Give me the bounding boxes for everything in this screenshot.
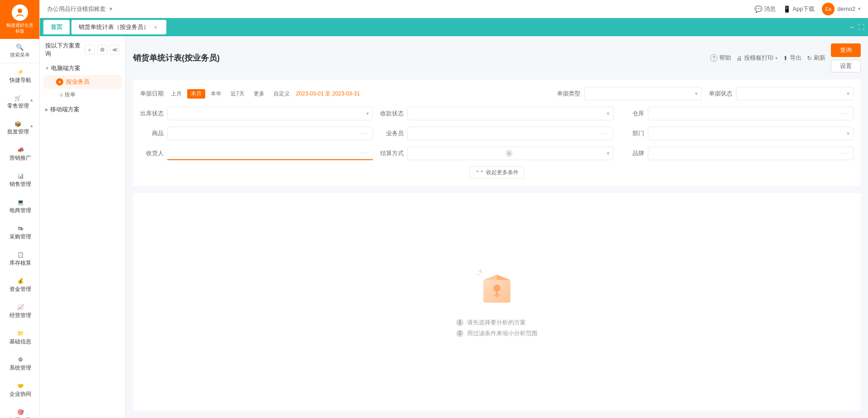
collapse-filter-button[interactable]: ⌃⌃ 收起更多条件 [469,166,524,179]
export-button[interactable]: ⬆ 导出 [783,54,802,62]
sidebar-label: 快捷导航 [9,76,31,84]
sidebar-label: 营销推广 [9,154,31,162]
receipt-status-input[interactable]: ▾ [407,107,613,120]
query-button[interactable]: 查询 [831,43,861,57]
tab-expand-icon[interactable]: ⛶ [858,24,864,31]
settings-scheme-button[interactable]: ⚙ [97,45,107,55]
product-input[interactable]: ··· [167,127,373,140]
basic-icon: 📁 [17,330,24,337]
receiver-label: 收货人 [140,149,164,157]
mobile-group-header[interactable]: ▶ 移动端方案 [43,103,122,116]
filter-product: 商品 ··· [140,127,373,140]
avatar: Ea [822,3,835,15]
status-dropdown-icon: ▾ [847,90,849,97]
settlement-input[interactable]: ✕ ▾ [407,147,613,160]
svg-point-0 [18,9,22,13]
date-tag-this-year[interactable]: 本年 [207,89,225,99]
collapse-panel-button[interactable]: ≪ [110,45,120,55]
header-actions: 💬 消息 📱 App下载 Ea demo2 ▾ [755,3,861,15]
settlement-dropdown-icon: ▾ [607,150,609,157]
dept-input[interactable]: ▾ [648,127,854,140]
sidebar-item-newbie[interactable]: 🎯 新手引导 [0,404,39,418]
sidebar-item-basic[interactable]: 📁 基础信息 [0,325,39,351]
warehouse-input[interactable]: ··· [648,107,854,120]
breadcrumb-dropdown-icon[interactable]: ▾ [109,5,113,12]
date-tag-custom[interactable]: 自定义 [270,89,293,99]
main-area: 办公用品行业模拟账套 ▾ 💬 消息 📱 App下载 Ea demo2 ▾ 首页 … [40,0,868,418]
date-tag-this-month[interactable]: 本月 [187,89,205,99]
sidebar-item-sales[interactable]: 📊 销售管理 [0,167,39,194]
scheme-sub-label: 按单 [65,91,75,99]
sidebar-item-ecommerce[interactable]: 💻 电商管理 [0,194,39,220]
sidebar-item-quick[interactable]: ⚡ 快捷导航 [0,63,39,90]
newbie-icon: 🎯 [17,409,24,415]
filter-date: 单据日期 上月 本月 本年 近7天 更多 自定义 2023-03-01 至 20… [140,89,550,99]
refresh-icon: ↻ [807,55,812,62]
tab-home[interactable]: 首页 [43,20,70,34]
sidebar-item-operation[interactable]: 📈 经营管理 [0,299,39,325]
date-tag-7days[interactable]: 近7天 [227,89,248,99]
date-tag-last-month[interactable]: 上月 [167,89,185,99]
enterprise-icon: 🤝 [17,383,24,389]
sidebar-item-inventory[interactable]: 📋 库存核算 [0,246,39,272]
quick-icon: ⚡ [17,69,24,75]
app-download-button[interactable]: 📱 App下载 [783,5,815,13]
out-status-input[interactable]: ▾ [167,107,373,120]
sidebar-item-purchase[interactable]: 🛍 采购管理 [0,220,39,246]
filter-card: 单据日期 上月 本月 本年 近7天 更多 自定义 2023-03-01 至 20… [133,80,861,186]
left-panel-title: 按以下方案查询 [45,42,85,58]
status-input[interactable]: ▾ [736,87,854,100]
left-panel: 按以下方案查询 ＋ ⚙ ≪ ▼ 电脑端方案 ● 按业务员 [40,36,126,418]
message-icon: 💬 [755,5,762,13]
step-2-num: 2 [456,330,463,337]
marketing-icon: 📣 [17,147,24,153]
date-tag-more[interactable]: 更多 [250,89,268,99]
brand-input[interactable]: ··· [648,147,854,160]
page-actions: ? 帮助 🖨 按模板打印 ▾ ⬆ 导出 ↻ 刷新 [710,43,861,72]
sidebar-label: 零售管理 [7,102,29,110]
settlement-clear-button[interactable]: ✕ [505,150,513,157]
refresh-button[interactable]: ↻ 刷新 [807,54,826,62]
form-icon: ≡ [60,92,63,98]
tab-close-button[interactable]: ✕ [152,24,159,31]
tab-minimize-icon[interactable]: ╌ [850,23,854,32]
help-button[interactable]: ? 帮助 [710,54,731,62]
filter-type: 单据类型 ▾ [557,87,702,100]
sidebar-item-wholesale[interactable]: 📦 批发管理 ▲ [0,115,39,141]
export-icon: ⬆ [783,55,788,62]
sidebar-item-finance[interactable]: 💰 资金管理 [0,272,39,299]
type-input[interactable]: ▾ [584,87,702,100]
logo-icon [12,5,28,21]
sidebar-item-marketing[interactable]: 📣 营销推广 [0,141,39,167]
status-label: 单据状态 [709,90,732,98]
help-icon: ? [710,54,717,62]
pc-group-header[interactable]: ▼ 电脑端方案 [43,62,122,75]
inventory-icon: 📋 [17,252,24,258]
brand-label: 品牌 [621,149,644,157]
step-1-num: 1 [456,319,463,326]
search-menu-item[interactable]: 🔍 搜索菜单 [0,39,39,63]
collapse-icon: ⌃⌃ [475,170,484,176]
staff-input[interactable]: ··· [407,127,613,140]
filter-settlement: 结算方式 ✕ ▾ [380,147,613,160]
scheme-item-by-staff[interactable]: ● 按业务员 [43,75,122,89]
filter-out-status: 出库状态 ▾ [140,107,373,120]
retail-icon: 🛒 [14,95,21,101]
add-scheme-button[interactable]: ＋ [85,45,94,55]
user-profile[interactable]: Ea demo2 ▾ [822,3,861,15]
message-button[interactable]: 💬 消息 [755,5,776,13]
pc-group-triangle: ▼ [45,66,49,71]
receiver-input[interactable]: ··· [167,147,373,160]
sidebar-item-enterprise[interactable]: 🤝 企业协同 [0,377,39,404]
sidebar-item-system[interactable]: ⚙ 系统管理 [0,351,39,377]
filter-row-3: 商品 ··· 业务员 ··· 部门 [140,127,854,140]
settings-button[interactable]: 设置 [831,60,861,72]
sidebar-label: 电商管理 [9,207,31,214]
receiver-dots: ··· [361,149,369,157]
scheme-sub-item-by-form[interactable]: ≡ 按单 [43,89,122,101]
tab-sales-stat[interactable]: 销货单统计表（按业务员） ✕ [71,20,166,34]
sidebar-item-retail[interactable]: 🛒 零售管理 ▲ [0,90,39,115]
filter-staff: 业务员 ··· [380,127,613,140]
filter-dept: 部门 ▾ [621,127,854,140]
template-print-button[interactable]: 🖨 按模板打印 ▾ [736,54,778,62]
